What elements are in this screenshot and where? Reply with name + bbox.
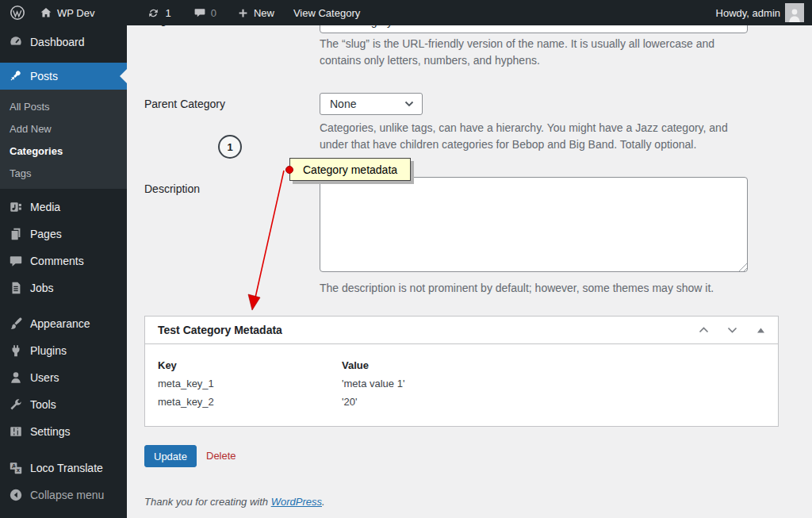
sidebar-item-media[interactable]: Media <box>0 194 127 221</box>
metabox-move-up-button[interactable] <box>695 322 711 338</box>
delete-link[interactable]: Delete <box>206 450 236 462</box>
current-menu-arrow <box>120 69 127 83</box>
pages-icon <box>8 227 24 241</box>
sidebar-item-label: Dashboard <box>30 36 85 48</box>
sidebar-item-label: Plugins <box>30 344 67 357</box>
description-textarea[interactable] <box>320 177 748 272</box>
sidebar-item-posts[interactable]: Posts <box>0 63 127 90</box>
sidebar-item-settings[interactable]: Settings <box>0 418 127 445</box>
my-account-menu[interactable]: Howdy, admin <box>714 0 806 25</box>
table-row: meta_key_1 'meta value 1' <box>158 374 765 393</box>
sidebar-item-plugins[interactable]: Plugins <box>0 337 127 364</box>
sidebar-item-label: Loco Translate <box>30 462 103 474</box>
user-icon <box>8 370 24 385</box>
wp-logo-menu[interactable] <box>0 0 32 25</box>
sidebar-item-jobs[interactable]: Jobs <box>0 274 127 301</box>
sidebar-item-label: Tools <box>30 398 56 411</box>
meta-value-cell: '20' <box>342 393 357 411</box>
meta-key-column-header: Key <box>158 356 342 374</box>
meta-table-header-row: Key Value <box>158 356 765 374</box>
metabox-body: Key Value meta_key_1 'meta value 1' meta… <box>145 344 778 411</box>
footer-text: Thank you for creating with <box>144 496 271 508</box>
sidebar-item-pages[interactable]: Pages <box>0 221 127 247</box>
update-button[interactable]: Update <box>144 445 197 467</box>
howdy-label: Howdy, admin <box>716 7 780 19</box>
table-row: meta_key_2 '20' <box>158 393 765 411</box>
chevron-down-icon <box>727 327 737 333</box>
footer-credit: Thank you for creating with WordPress. <box>144 496 325 508</box>
parent-category-select[interactable]: None <box>320 93 423 115</box>
sidebar-item-categories[interactable]: Categories <box>0 140 127 162</box>
updates-menu[interactable]: 1 <box>139 0 178 25</box>
meta-key-cell: meta_key_2 <box>158 393 342 411</box>
sidebar-item-label: Pages <box>30 228 62 240</box>
paintbrush-icon <box>8 317 24 331</box>
description-label: Description <box>144 182 200 195</box>
sidebar-item-label: Collapse menu <box>30 489 104 501</box>
posts-submenu: All Posts Add New Categories Tags <box>0 90 127 189</box>
comment-icon <box>8 254 24 268</box>
view-category-label: View Category <box>293 7 360 19</box>
svg-text:x: x <box>17 466 21 474</box>
annotation-tooltip: Category metadata <box>289 158 411 181</box>
translate-icon: Ax <box>8 461 24 475</box>
sidebar-item-users[interactable]: Users <box>0 364 127 391</box>
home-icon <box>40 6 52 19</box>
wordpress-link[interactable]: WordPress <box>271 496 322 508</box>
slug-help-text: The “slug” is the URL-friendly version o… <box>320 36 754 69</box>
metabox-title: Test Category Metadata <box>158 324 282 336</box>
sidebar-item-all-posts[interactable]: All Posts <box>0 95 127 117</box>
plug-icon <box>8 343 24 358</box>
pushpin-icon <box>8 69 24 83</box>
parent-category-help-text: Categories, unlike tags, can have a hier… <box>320 120 754 153</box>
annotation-tooltip-label: Category metadata <box>303 163 397 176</box>
new-content-menu[interactable]: New <box>229 0 282 25</box>
collapse-arrow-icon <box>8 488 24 502</box>
admin-bar: WP Dev 1 0 New View Category Howdy, a <box>0 0 812 25</box>
sidebar-item-tools[interactable]: Tools <box>0 391 127 418</box>
settings-sliders-icon <box>8 424 24 439</box>
sidebar-item-appearance[interactable]: Appearance <box>0 310 127 337</box>
sidebar-item-label: Users <box>30 371 59 384</box>
metabox-header[interactable]: Test Category Metadata <box>145 317 778 344</box>
wrench-icon <box>8 397 24 412</box>
sidebar-item-dashboard[interactable]: Dashboard <box>0 29 127 56</box>
sidebar-item-add-new[interactable]: Add New <box>0 117 127 140</box>
admin-sidebar: Dashboard Posts All Posts Add New Catego… <box>0 25 127 518</box>
sidebar-item-label: Jobs <box>30 282 54 294</box>
chevron-up-icon <box>699 327 709 333</box>
meta-value-cell: 'meta value 1' <box>342 374 404 393</box>
document-icon <box>8 281 24 295</box>
sidebar-item-tags[interactable]: Tags <box>0 162 127 184</box>
comments-count: 0 <box>211 7 216 19</box>
dashboard-gauge-icon <box>8 35 24 49</box>
metabox-toggle-button[interactable] <box>753 322 768 338</box>
sidebar-item-label: Media <box>30 201 60 213</box>
media-icon <box>8 200 24 214</box>
wp-admin-page: Slug The “slug” is the URL-friendly vers… <box>0 0 812 518</box>
site-name-menu[interactable]: WP Dev <box>32 0 102 25</box>
update-icon <box>147 6 160 20</box>
main-content: Slug The “slug” is the URL-friendly vers… <box>127 0 812 518</box>
new-label: New <box>254 7 274 19</box>
meta-key-cell: meta_key_1 <box>158 374 342 393</box>
sidebar-item-collapse-menu[interactable]: Collapse menu <box>0 482 127 508</box>
sidebar-item-label: Appearance <box>30 317 90 330</box>
sidebar-item-label: Settings <box>30 425 71 438</box>
view-category-link[interactable]: View Category <box>285 0 368 25</box>
sidebar-item-loco-translate[interactable]: Ax Loco Translate <box>0 455 127 482</box>
metabox-move-down-button[interactable] <box>724 322 740 338</box>
tooltip-anchor-dot <box>285 166 293 174</box>
avatar <box>785 3 804 22</box>
annotation-marker-1: 1 <box>218 135 242 159</box>
site-name-label: WP Dev <box>57 7 94 19</box>
sidebar-item-comments[interactable]: Comments <box>0 247 127 274</box>
parent-category-label: Parent Category <box>144 98 225 110</box>
description-help-text: The description is not prominent by defa… <box>320 280 754 297</box>
triangle-up-icon <box>757 328 764 333</box>
annotation-marker-number: 1 <box>227 141 232 153</box>
meta-value-column-header: Value <box>342 356 369 374</box>
comments-menu[interactable]: 0 <box>186 0 224 25</box>
footer-period: . <box>322 496 325 508</box>
comment-bubble-icon <box>193 6 206 19</box>
